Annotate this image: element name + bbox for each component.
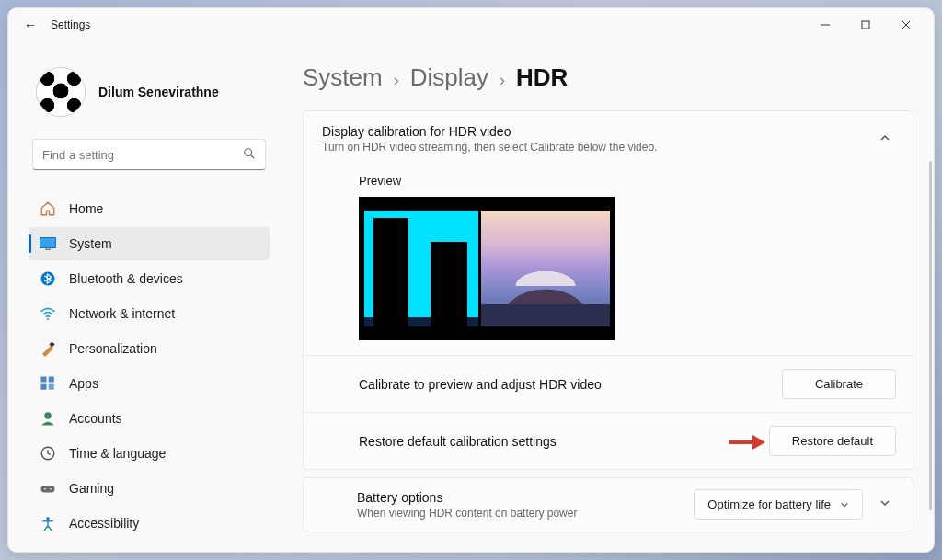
svg-rect-8 bbox=[45, 249, 51, 251]
sidebar-label: Apps bbox=[69, 376, 98, 391]
preview-label: Preview bbox=[359, 174, 894, 188]
chevron-down-icon[interactable] bbox=[874, 492, 896, 517]
sidebar-label: Personalization bbox=[69, 341, 157, 356]
crumb-display[interactable]: Display bbox=[410, 63, 488, 92]
sidebar-label: Bluetooth & devices bbox=[69, 271, 183, 286]
sidebar-item-network[interactable]: Network & internet bbox=[29, 297, 270, 330]
search-input[interactable] bbox=[42, 148, 243, 162]
search-box[interactable] bbox=[32, 139, 266, 170]
sidebar-label: Home bbox=[69, 201, 103, 216]
svg-line-5 bbox=[251, 154, 255, 158]
calibrate-row: Calibrate to preview and adjust HDR vide… bbox=[304, 355, 913, 412]
svg-rect-1 bbox=[862, 21, 869, 29]
profile[interactable]: Dilum Senevirathne bbox=[29, 41, 270, 133]
crumb-system[interactable]: System bbox=[303, 63, 383, 92]
battery-subtitle: When viewing HDR content on battery powe… bbox=[357, 507, 694, 520]
avatar bbox=[36, 67, 86, 117]
sidebar-item-gaming[interactable]: Gaming bbox=[29, 472, 270, 505]
breadcrumbs: System › Display › HDR bbox=[303, 63, 913, 92]
username: Dilum Senevirathne bbox=[98, 85, 219, 99]
sidebar-item-bluetooth[interactable]: Bluetooth & devices bbox=[29, 262, 270, 295]
chevron-down-icon bbox=[840, 500, 849, 509]
sidebar-item-home[interactable]: Home bbox=[29, 192, 270, 225]
home-icon bbox=[40, 200, 56, 217]
calibrate-button[interactable]: Calibrate bbox=[782, 369, 896, 399]
sidebar-label: Network & internet bbox=[69, 306, 175, 321]
svg-rect-15 bbox=[49, 384, 54, 390]
callout-arrow-icon bbox=[729, 434, 765, 449]
hdr-calibration-panel: Display calibration for HDR video Turn o… bbox=[303, 110, 913, 470]
scrollbar[interactable] bbox=[929, 161, 932, 510]
bluetooth-icon bbox=[40, 270, 56, 287]
svg-rect-7 bbox=[40, 238, 55, 247]
battery-dropdown[interactable]: Optimize for battery life bbox=[694, 489, 863, 520]
restore-default-button[interactable]: Restore default bbox=[769, 426, 896, 456]
hdr-preview bbox=[359, 197, 615, 340]
battery-title: Battery options bbox=[357, 490, 694, 505]
sidebar: Dilum Senevirathne Home bbox=[8, 41, 277, 552]
settings-window: Settings Dilum Senevirathne bbox=[7, 7, 935, 553]
chevron-right-icon: › bbox=[394, 71, 399, 90]
wifi-icon bbox=[40, 305, 56, 322]
window-title: Settings bbox=[51, 18, 90, 31]
panel-header[interactable]: Display calibration for HDR video Turn o… bbox=[304, 111, 913, 166]
main: System › Display › HDR Display calibrati… bbox=[277, 41, 934, 552]
personalization-icon bbox=[40, 340, 56, 357]
content: Dilum Senevirathne Home bbox=[8, 41, 934, 552]
svg-rect-18 bbox=[41, 486, 55, 493]
svg-point-4 bbox=[245, 148, 252, 155]
chevron-up-icon[interactable] bbox=[874, 127, 896, 152]
battery-options-panel: Battery options When viewing HDR content… bbox=[303, 477, 913, 531]
sidebar-item-time[interactable]: Time & language bbox=[29, 437, 270, 470]
search-icon bbox=[243, 147, 256, 163]
svg-point-19 bbox=[44, 488, 46, 490]
nav: Home System Bluetooth & devices bbox=[29, 192, 270, 540]
panel-title: Display calibration for HDR video bbox=[322, 124, 874, 139]
accounts-icon bbox=[40, 410, 56, 427]
svg-rect-12 bbox=[41, 377, 47, 383]
sidebar-item-accounts[interactable]: Accounts bbox=[29, 402, 270, 435]
gaming-icon bbox=[40, 480, 56, 497]
svg-point-16 bbox=[44, 412, 52, 419]
restore-label: Restore default calibration settings bbox=[359, 434, 769, 449]
back-button[interactable] bbox=[16, 17, 45, 33]
svg-point-20 bbox=[50, 488, 52, 490]
titlebar: Settings bbox=[8, 8, 934, 41]
svg-rect-13 bbox=[49, 377, 54, 383]
apps-icon bbox=[40, 375, 56, 392]
preview-image-mountain bbox=[481, 211, 610, 326]
sidebar-item-system[interactable]: System bbox=[29, 227, 270, 260]
dropdown-value: Optimize for battery life bbox=[707, 497, 831, 511]
system-icon bbox=[40, 235, 56, 252]
sidebar-label: Gaming bbox=[69, 481, 114, 496]
restore-row: Restore default calibration settings Res… bbox=[304, 412, 913, 469]
maximize-button[interactable] bbox=[845, 10, 886, 40]
close-button[interactable] bbox=[886, 10, 926, 40]
sidebar-item-accessibility[interactable]: Accessibility bbox=[29, 507, 270, 540]
sidebar-label: Accessibility bbox=[69, 516, 139, 531]
clock-icon bbox=[40, 445, 56, 462]
preview-image-city bbox=[364, 211, 478, 326]
sidebar-label: Time & language bbox=[69, 446, 166, 461]
svg-point-10 bbox=[47, 318, 49, 320]
preview-section: Preview bbox=[304, 166, 913, 355]
svg-rect-14 bbox=[41, 384, 47, 390]
window-controls bbox=[805, 10, 926, 40]
chevron-right-icon: › bbox=[500, 71, 505, 90]
svg-point-21 bbox=[46, 517, 50, 520]
sidebar-label: System bbox=[69, 236, 112, 251]
calibrate-label: Calibrate to preview and adjust HDR vide… bbox=[359, 377, 782, 392]
accessibility-icon bbox=[40, 515, 56, 531]
sidebar-item-apps[interactable]: Apps bbox=[29, 367, 270, 400]
panel-subtitle: Turn on HDR video streaming, then select… bbox=[322, 141, 874, 154]
sidebar-label: Accounts bbox=[69, 411, 122, 426]
crumb-hdr: HDR bbox=[516, 63, 568, 92]
minimize-button[interactable] bbox=[805, 10, 845, 40]
sidebar-item-personalization[interactable]: Personalization bbox=[29, 332, 270, 365]
